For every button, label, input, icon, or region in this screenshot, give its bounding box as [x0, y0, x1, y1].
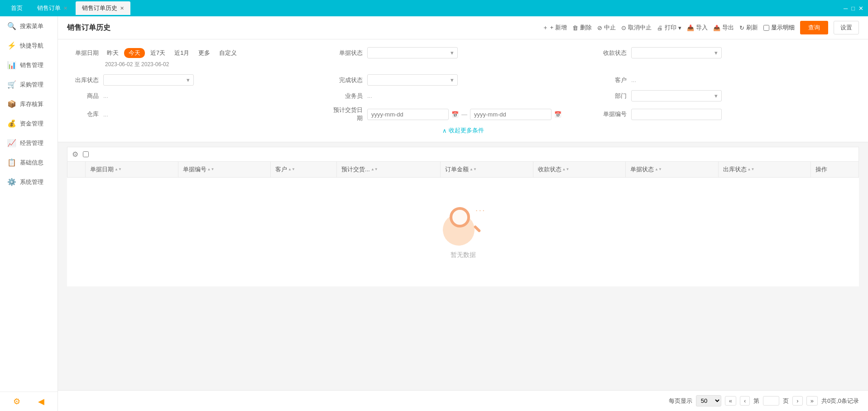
sidebar-item-basic-info[interactable]: 📋 基础信息 — [0, 153, 58, 172]
import-button[interactable]: 📥 导入 — [687, 24, 708, 32]
stock-out-label: 出库状态 — [67, 76, 103, 84]
date-tab-1month[interactable]: 近1月 — [171, 48, 193, 58]
sidebar-item-sales-mgmt-label: 销售管理 — [20, 61, 43, 69]
payment-status-select[interactable]: ▾ — [631, 47, 722, 58]
delivery-date-end[interactable] — [470, 109, 551, 120]
sidebar-item-inventory[interactable]: 📦 库存核算 — [0, 94, 58, 114]
customer-dots[interactable]: ... — [631, 77, 636, 83]
stop-button[interactable]: ⊘ 中止 — [597, 24, 616, 32]
empty-handle — [473, 225, 481, 233]
close-button[interactable]: ✕ — [858, 5, 863, 12]
tab-sales-order-history[interactable]: 销售订单历史 ✕ — [76, 1, 130, 15]
department-control: ▾ — [631, 90, 859, 102]
cancel-stop-button[interactable]: ⊙ 取消中止 — [621, 24, 652, 32]
refresh-label: 刷新 — [746, 24, 758, 32]
sidebar-collapse-button[interactable]: ◀ — [38, 396, 44, 406]
calendar-start-icon[interactable]: 📅 — [451, 111, 459, 118]
delete-button[interactable]: 🗑 删除 — [572, 24, 592, 32]
col-order-no-sort[interactable]: 单据编号 ▲▼ — [183, 165, 266, 174]
date-label: 单据日期 — [67, 49, 103, 57]
col-amount-sort[interactable]: 订单金额 ▲▼ — [445, 165, 528, 174]
filter-cell-completion: 完成状态 ▾ — [331, 72, 595, 88]
tab-sales-order-label: 销售订单 — [37, 4, 61, 12]
filter-cell-product: 商品 ... — [67, 88, 331, 104]
date-tab-yesterday[interactable]: 昨天 — [103, 48, 122, 58]
order-no-input[interactable] — [631, 109, 722, 120]
date-separator: — — [461, 111, 467, 118]
prev-page-button[interactable]: ‹ — [740, 396, 750, 406]
date-tab-custom[interactable]: 自定义 — [216, 48, 240, 58]
salesperson-dots[interactable]: ... — [367, 92, 372, 99]
next-page-button[interactable]: › — [792, 396, 802, 406]
page-size-select[interactable]: 50 10 20 100 — [696, 395, 721, 406]
settings-button[interactable]: 设置 — [834, 21, 859, 34]
search-menu-icon: 🔍 — [7, 22, 16, 30]
display-detail-checkbox[interactable] — [763, 25, 769, 31]
minimize-button[interactable]: ─ — [844, 5, 848, 12]
date-tab-7days[interactable]: 近7天 — [147, 48, 169, 58]
first-page-button[interactable]: « — [725, 396, 736, 406]
sidebar-settings-button[interactable]: ⚙ — [13, 396, 20, 406]
warehouse-dots[interactable]: ... — [103, 111, 108, 118]
col-delivery-date-label: 预计交货... — [341, 165, 370, 174]
col-delivery-date-sort[interactable]: 预计交货... ▲▼ — [341, 165, 436, 174]
empty-dots: ··· — [475, 205, 486, 215]
stock-out-arrow: ▾ — [187, 77, 190, 83]
date-tab-today[interactable]: 今天 — [124, 48, 145, 58]
add-label: + 新增 — [550, 24, 567, 32]
col-order-no: 单据编号 ▲▼ — [178, 162, 271, 178]
col-stock-status-sort[interactable]: 出库状态 ▲▼ — [723, 165, 806, 174]
tab-home[interactable]: 首页 — [5, 1, 29, 15]
order-status-label: 单据状态 — [331, 49, 367, 57]
page-number-input[interactable]: 1 — [763, 396, 779, 406]
tab-sales-order-history-label: 销售订单历史 — [82, 4, 117, 12]
print-arrow: ▾ — [678, 24, 681, 31]
completion-select[interactable]: ▾ — [367, 74, 458, 86]
col-customer-sort[interactable]: 客户 ▲▼ — [275, 165, 332, 174]
table-settings-button[interactable]: ⚙ — [72, 150, 78, 159]
tab-sales-order[interactable]: 销售订单 ✕ — [31, 1, 74, 15]
stock-out-control: ▾ — [103, 74, 331, 86]
export-button[interactable]: 📤 导出 — [713, 24, 734, 32]
tab-sales-order-close[interactable]: ✕ — [63, 5, 67, 11]
select-all-checkbox[interactable] — [83, 151, 89, 157]
maximize-button[interactable]: □ — [851, 5, 855, 12]
basic-info-icon: 📋 — [7, 158, 16, 167]
table-header: 单据日期 ▲▼ 单据编号 ▲▼ 客户 — [67, 162, 859, 178]
print-button[interactable]: 🖨 打印 ▾ — [657, 24, 681, 32]
filter-area: 单据日期 昨天 今天 近7天 近1月 更多 自定义 单据状态 — [58, 39, 868, 142]
calendar-end-icon[interactable]: 📅 — [554, 111, 561, 118]
col-delivery-date: 预计交货... ▲▼ — [337, 162, 441, 178]
col-payment-status-sort[interactable]: 收款状态 ▲▼ — [538, 165, 621, 174]
sidebar-item-quick-nav[interactable]: ⚡ 快捷导航 — [0, 36, 58, 55]
sidebar-item-search-menu[interactable]: 🔍 搜索菜单 — [0, 16, 58, 36]
sidebar-item-sales-mgmt[interactable]: 📊 销售管理 — [0, 55, 58, 75]
order-no-label: 单据编号 — [595, 110, 631, 118]
collapse-button[interactable]: ∧ 收起更多条件 — [67, 125, 859, 136]
filter-cell-salesperson: 业务员 ... — [331, 88, 595, 104]
department-select[interactable]: ▾ — [631, 90, 722, 102]
order-status-select[interactable]: ▾ — [367, 47, 458, 58]
collapse-arrow: ∧ — [442, 127, 447, 134]
product-dots[interactable]: ... — [103, 92, 108, 99]
sidebar-item-purchase-mgmt[interactable]: 🛒 采购管理 — [0, 75, 58, 94]
col-date-sort[interactable]: 单据日期 ▲▼ — [90, 165, 173, 174]
sidebar-item-finance[interactable]: 💰 资金管理 — [0, 114, 58, 133]
sidebar-item-system[interactable]: ⚙️ 系统管理 — [0, 172, 58, 192]
settings-label: 设置 — [840, 24, 852, 31]
sidebar-item-operations[interactable]: 📈 经营管理 — [0, 133, 58, 153]
stock-out-select[interactable]: ▾ — [103, 74, 194, 86]
last-page-button[interactable]: » — [806, 396, 818, 406]
cancel-stop-icon: ⊙ — [621, 24, 626, 31]
refresh-button[interactable]: ↻ 刷新 — [739, 24, 758, 32]
date-tab-more[interactable]: 更多 — [195, 48, 214, 58]
display-detail-checkbox-label[interactable]: 显示明细 — [763, 24, 795, 32]
total-records: 共0页,0条记录 — [821, 397, 859, 405]
add-button[interactable]: ＋ + 新增 — [542, 24, 567, 32]
query-button[interactable]: 查询 — [800, 21, 828, 34]
delete-label: 删除 — [580, 24, 592, 32]
tab-sales-order-history-close[interactable]: ✕ — [120, 5, 124, 11]
col-order-status-sort[interactable]: 单据状态 ▲▼ — [630, 165, 714, 174]
main-layout: 🔍 搜索菜单 ⚡ 快捷导航 📊 销售管理 🛒 采购管理 📦 库存核算 💰 资金管… — [0, 16, 868, 411]
delivery-date-start[interactable] — [367, 109, 449, 120]
